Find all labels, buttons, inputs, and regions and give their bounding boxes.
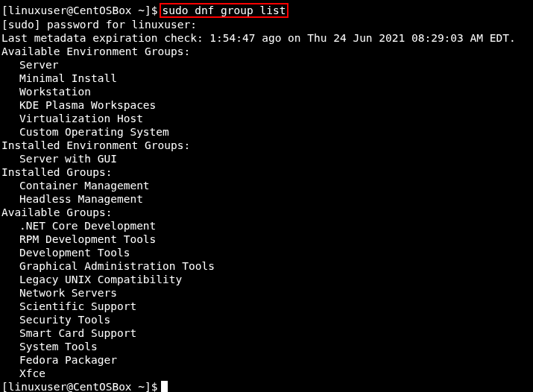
prompt-prefix: [linuxuser@CentOSBox ~]$ [1, 381, 158, 392]
group-item: RPM Development Tools [1, 233, 532, 246]
group-item: Legacy UNIX Compatibility [1, 273, 532, 286]
group-item: Workstation [1, 85, 532, 98]
group-item: Virtualization Host [1, 112, 532, 125]
group-item: System Tools [1, 340, 532, 353]
prompt-line-2[interactable]: [linuxuser@CentOSBox ~]$ [1, 380, 532, 392]
group-item: Custom Operating System [1, 125, 532, 139]
group-item: Server [1, 58, 532, 72]
group-item: Security Tools [1, 313, 532, 326]
section-header: Available Groups: [1, 206, 532, 219]
group-item: Server with GUI [1, 152, 532, 165]
section-header: Installed Environment Groups: [1, 139, 532, 152]
prompt-line-1: [linuxuser@CentOSBox ~]$sudo dnf group l… [1, 3, 532, 18]
sudo-password-prompt: [sudo] password for linuxuser: [1, 18, 532, 31]
group-item: KDE Plasma Workspaces [1, 98, 532, 112]
group-item: Fedora Packager [1, 353, 532, 367]
group-item: Headless Management [1, 192, 532, 206]
group-item: .NET Core Development [1, 219, 532, 233]
group-item: Smart Card Support [1, 326, 532, 340]
group-item: Container Management [1, 179, 532, 192]
section-header: Installed Groups: [1, 165, 532, 179]
group-item: Minimal Install [1, 72, 532, 85]
metadata-expiration-line: Last metadata expiration check: 1:54:47 … [1, 31, 532, 45]
group-item: Development Tools [1, 246, 532, 259]
group-item: Xfce [1, 367, 532, 380]
group-item: Graphical Administration Tools [1, 259, 532, 273]
cursor-icon [161, 381, 168, 392]
group-item: Scientific Support [1, 300, 532, 313]
section-header: Available Environment Groups: [1, 45, 532, 58]
highlighted-command: sudo dnf group list [160, 3, 289, 18]
prompt-prefix: [linuxuser@CentOSBox ~]$ [1, 4, 158, 16]
group-item: Network Servers [1, 286, 532, 300]
